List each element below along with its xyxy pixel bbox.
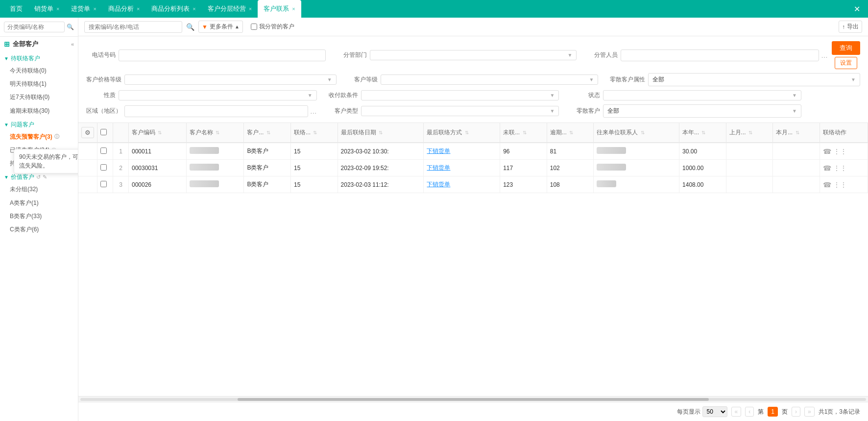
row1-way[interactable]: 下销货单: [424, 143, 500, 160]
row1-overdue: 81: [547, 143, 594, 160]
col-this-month[interactable]: 本月... ⇅: [773, 123, 820, 143]
sidebar-item-overdue[interactable]: 逾期未联络(30): [0, 104, 78, 118]
payment-select[interactable]: ▼: [361, 90, 559, 100]
more-icon-region[interactable]: …: [310, 107, 317, 115]
tab-purchase[interactable]: 进货单 ×: [65, 0, 102, 18]
row3-way[interactable]: 下销货单: [424, 176, 500, 193]
filter-customer-grade: 客户等级 ▼: [348, 74, 599, 85]
sidebar-item-ungroup[interactable]: 未分组(32): [0, 183, 78, 196]
search-input[interactable]: [84, 21, 182, 33]
tab-customer-contact[interactable]: 客户联系 ×: [258, 0, 301, 18]
row3-checkbox[interactable]: [100, 181, 107, 187]
table-settings-button[interactable]: ⚙: [81, 127, 94, 138]
edit-icon[interactable]: ✎: [43, 174, 47, 180]
col-customer-name[interactable]: 客户名称 ⇅: [186, 123, 244, 143]
info-icon-churn[interactable]: ⓘ: [54, 133, 59, 141]
scrollbar-track[interactable]: [80, 398, 866, 401]
table-row: 2 00030031 B类客户 15 2023-02-09 19:52: 下销货…: [78, 160, 868, 176]
row2-phone-icon[interactable]: ☎: [823, 164, 831, 172]
price-grade-select[interactable]: ▼: [124, 74, 337, 85]
row1-phone-icon[interactable]: ☎: [823, 148, 831, 155]
customer-grade-select[interactable]: ▼: [381, 74, 599, 85]
close-product-analysis-list-tab[interactable]: ×: [193, 6, 195, 12]
scrollbar-thumb[interactable]: [238, 398, 709, 401]
horizontal-scrollbar[interactable]: [78, 396, 868, 402]
query-btn-group: 查询 设置: [832, 41, 860, 69]
col-no-contact[interactable]: 未联... ⇅: [500, 123, 547, 143]
tab-product-analysis-list[interactable]: 商品分析列表 ×: [145, 0, 201, 18]
close-purchase-tab[interactable]: ×: [93, 6, 96, 12]
region-input[interactable]: [124, 105, 308, 117]
col-this-year[interactable]: 本年... ⇅: [679, 123, 726, 143]
sidebar-item-a-class[interactable]: A类客户(1): [0, 197, 78, 210]
last-page-button[interactable]: »: [804, 407, 815, 417]
row1-checkbox[interactable]: [100, 148, 107, 154]
dept-select[interactable]: ▼: [370, 50, 577, 60]
col-last-contact-way[interactable]: 最后联络方式 ⇅: [424, 123, 500, 143]
sparse-select[interactable]: 全部 ▼: [603, 104, 801, 118]
status-select[interactable]: ▼: [603, 90, 801, 100]
row2-checkbox[interactable]: [100, 164, 107, 171]
row2-more-icon[interactable]: ⋮⋮: [833, 164, 847, 172]
more-conditions-button[interactable]: ▼ 更多条件 ▲: [198, 21, 243, 33]
close-customer-contact-tab[interactable]: ×: [292, 6, 295, 12]
sidebar-search-icon[interactable]: 🔍: [67, 24, 74, 30]
tab-customer-tier[interactable]: 客户分层经营 ×: [202, 0, 258, 18]
row1-more-icon[interactable]: ⋮⋮: [833, 148, 847, 155]
first-page-button[interactable]: «: [731, 407, 742, 417]
content-area: 🔍 ▼ 更多条件 ▲ 我分管的客户 ↑ 导出 电话号码: [78, 18, 868, 421]
tab-home[interactable]: 首页: [4, 0, 28, 18]
nature-select[interactable]: ▼: [119, 90, 317, 100]
sidebar-group-pending[interactable]: ▼ 待联络客户: [0, 51, 78, 64]
row3-actions: ☎ ⋮⋮: [823, 181, 865, 189]
query-button[interactable]: 查询: [832, 41, 860, 55]
sidebar-item-b-class[interactable]: B类客户(33): [0, 210, 78, 223]
more-icon-manager[interactable]: …: [821, 51, 828, 59]
row2-way[interactable]: 下销货单: [424, 160, 500, 176]
search-button[interactable]: 🔍: [186, 23, 194, 31]
manager-input[interactable]: [621, 50, 819, 61]
col-last-contact-date[interactable]: 最后联络日期 ⇅: [338, 123, 424, 143]
sidebar-item-tomorrow[interactable]: 明天待联络(1): [0, 77, 78, 91]
prev-page-button[interactable]: ‹: [745, 407, 754, 417]
phone-input[interactable]: [119, 50, 326, 61]
col-checkbox[interactable]: [97, 123, 113, 143]
next-page-button[interactable]: ›: [792, 407, 800, 417]
close-product-analysis-tab[interactable]: ×: [137, 6, 140, 12]
col-settings[interactable]: ⚙: [78, 123, 97, 143]
sidebar-group-problem[interactable]: ▼ 问题客户: [0, 118, 78, 130]
select-all-checkbox[interactable]: [100, 129, 107, 135]
per-page-select[interactable]: 50 20 100: [702, 406, 727, 417]
row2-type: B类客户: [244, 160, 291, 176]
row3-more-icon[interactable]: ⋮⋮: [833, 181, 847, 189]
sidebar-item-c-class[interactable]: C类客户(6): [0, 223, 78, 236]
window-close-button[interactable]: ✕: [850, 4, 864, 14]
tab-sales[interactable]: 销货单 ×: [28, 0, 65, 18]
tab-product-analysis[interactable]: 商品分析 ×: [102, 0, 145, 18]
sidebar-all-customers[interactable]: ⊞ 全部客户 «: [0, 37, 78, 51]
row3-company-blurred: [597, 180, 616, 187]
sidebar-item-today[interactable]: 今天待联络(0): [0, 64, 78, 77]
my-customers-checkbox-input[interactable]: [251, 24, 257, 30]
settings-button[interactable]: 设置: [835, 57, 857, 69]
refresh-icon[interactable]: ↺: [36, 174, 41, 180]
sidebar-search-input[interactable]: [4, 22, 65, 32]
customer-type-select[interactable]: ▼: [361, 106, 559, 116]
my-customers-checkbox[interactable]: 我分管的客户: [251, 23, 294, 31]
close-sales-tab[interactable]: ×: [56, 6, 59, 12]
row3-type: B类客户: [244, 176, 291, 193]
col-last-month[interactable]: 上月... ⇅: [726, 123, 773, 143]
col-customer-code[interactable]: 客户编码 ⇅: [129, 123, 187, 143]
col-company-contact[interactable]: 往来单位联系人 ⇅: [594, 123, 679, 143]
export-button[interactable]: ↑ 导出: [839, 21, 862, 33]
col-contact[interactable]: 联络... ⇅: [291, 123, 338, 143]
row3-phone-icon[interactable]: ☎: [823, 181, 831, 189]
col-customer-type[interactable]: 客户... ⇅: [244, 123, 291, 143]
close-customer-tier-tab[interactable]: ×: [249, 6, 252, 12]
sidebar-item-7days[interactable]: 近7天待联络(0): [0, 91, 78, 104]
sidebar-item-churn-warning[interactable]: 流失预警客户(3) ⓘ: [0, 130, 78, 144]
filter-manager: 分管人员 …: [588, 50, 828, 61]
row2-code: 00030031: [129, 160, 187, 176]
col-overdue[interactable]: 逾期... ⇅: [547, 123, 594, 143]
sparse-attr-select[interactable]: 全部 ▼: [648, 73, 860, 86]
